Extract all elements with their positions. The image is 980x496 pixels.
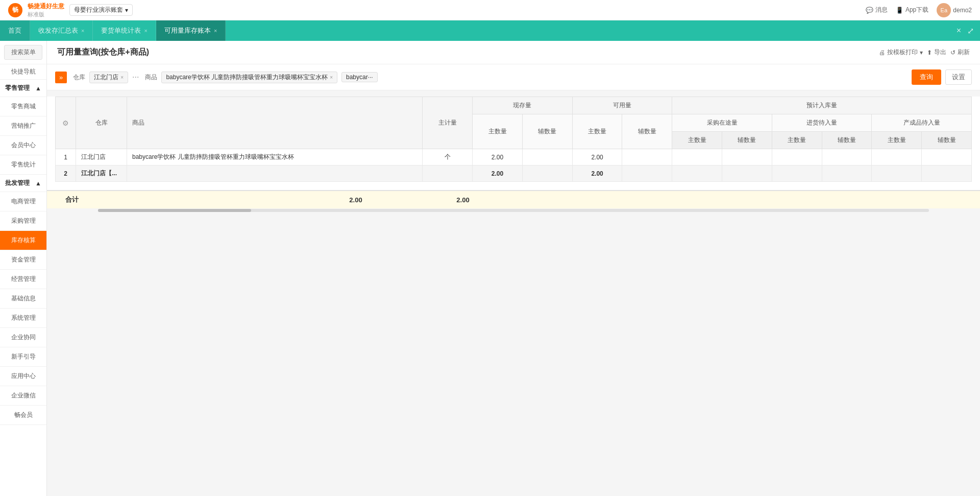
row2-warehouse: 江北门店【... — [76, 166, 127, 182]
col-production-aux: 辅数量 — [922, 132, 972, 149]
query-button[interactable]: 查询 — [912, 69, 941, 85]
chevron-icon-wholesale: ▲ — [35, 180, 41, 187]
sidebar-quick-nav[interactable]: 快捷导航 — [0, 64, 46, 80]
sidebar-item-ecommerce[interactable]: 电商管理 — [0, 192, 46, 211]
col-planned-in-header: 预计入库量 — [672, 97, 972, 114]
table-container: ⚙ 仓库 商品 主计量 现存量 可用量 预计入库量 主数量 辅数量 主数量 — [47, 97, 980, 190]
sidebar: 搜索菜单 快捷导航 零售管理 ▲ 零售商城 营销推广 会员中心 零售统计 批发管… — [0, 41, 47, 496]
top-bar-right: 💬 消息 📱 App下载 Ea demo2 — [866, 3, 972, 17]
download-icon: 📱 — [896, 7, 903, 14]
chevron-down-icon: ▾ — [125, 7, 128, 14]
top-bar: 畅 畅捷通好生意 标准版 母婴行业演示账套 ▾ 💬 消息 📱 App下载 Ea … — [0, 0, 980, 20]
sidebar-search-button[interactable]: 搜索菜单 — [4, 45, 42, 60]
footer-avail-main: 2.00 — [430, 196, 496, 204]
sidebar-search-area: 搜索菜单 — [0, 41, 46, 64]
col-current-stock-header: 现存量 — [473, 97, 573, 114]
col-current-aux: 辅数量 — [522, 114, 572, 149]
content-area: 可用量查询(按仓库+商品) 🖨 按模板打印 ▾ ⬆ 导出 ↺ 刷新 — [47, 41, 980, 496]
sidebar-item-enterprise-weixin[interactable]: 企业微信 — [0, 386, 46, 406]
logo-icon: 畅 — [8, 3, 22, 17]
sidebar-item-basic[interactable]: 基础信息 — [0, 289, 46, 309]
warehouse-tag: 江北门店 × — [89, 72, 128, 83]
col-purchase-header: 采购在途量 — [672, 114, 772, 132]
industry-selector[interactable]: 母婴行业演示账套 ▾ — [69, 4, 133, 16]
refresh-icon: ↺ — [950, 49, 955, 56]
col-purchase-aux: 辅数量 — [722, 132, 772, 149]
warehouse-more[interactable]: ··· — [132, 73, 139, 82]
chevron-icon: ▲ — [35, 85, 41, 92]
row1-unit: 个 — [423, 149, 473, 166]
filter-expand-button[interactable]: » — [55, 72, 67, 83]
page-header: 可用量查询(按仓库+商品) 🖨 按模板打印 ▾ ⬆ 导出 ↺ 刷新 — [47, 41, 980, 64]
print-button[interactable]: 🖨 按模板打印 ▾ — [879, 48, 923, 57]
expand-icon[interactable]: ⤢ — [967, 26, 974, 36]
col-incoming-header: 进货待入量 — [772, 114, 872, 132]
row1-avail-aux — [622, 149, 672, 166]
filter-actions: 查询 设置 — [912, 69, 972, 85]
col-product-header: 商品 — [127, 97, 423, 149]
close-tab-order[interactable]: × — [144, 28, 147, 34]
export-button[interactable]: ⬆ 导出 — [927, 48, 946, 57]
row1-incoming-aux — [822, 149, 872, 166]
warehouse-label: 仓库 — [73, 73, 85, 82]
sidebar-item-finance[interactable]: 资金管理 — [0, 250, 46, 270]
row2-production-aux — [922, 166, 972, 182]
scrollbar-track[interactable] — [98, 209, 929, 212]
warehouse-filter-group: 仓库 江北门店 × ··· — [73, 72, 139, 83]
row2-seq: 2 — [56, 166, 76, 182]
row1-product: babycare学饮杯 儿童防摔防撞吸管杯重力球吸嘴杯宝宝水杯 — [127, 149, 423, 166]
sidebar-item-wholesale-mgmt[interactable]: 批发管理 ▲ — [0, 175, 46, 192]
refresh-button[interactable]: ↺ 刷新 — [950, 48, 970, 57]
close-tab-inventory[interactable]: × — [214, 28, 217, 34]
scrollbar-area — [47, 208, 980, 212]
row1-purchase-main — [672, 149, 722, 166]
col-avail-main: 主数量 — [572, 114, 622, 149]
col-available-qty-header: 可用量 — [572, 97, 672, 114]
row1-incoming-main — [772, 149, 822, 166]
product-tag-1: babycare学饮杯 儿童防摔防撞吸管杯重力球吸嘴杯宝宝水杯 × — [161, 72, 337, 83]
scrollbar-thumb[interactable] — [98, 209, 251, 212]
remove-warehouse-tag[interactable]: × — [120, 75, 124, 80]
col-production-header: 产成品待入量 — [872, 114, 972, 132]
sidebar-item-guide[interactable]: 新手引导 — [0, 347, 46, 367]
message-button[interactable]: 💬 消息 — [866, 6, 888, 14]
col-gear[interactable]: ⚙ — [56, 97, 76, 149]
tab-receivable[interactable]: 收发存汇总表 × — [30, 20, 93, 41]
user-menu[interactable]: Ea demo2 — [937, 3, 972, 17]
col-current-main: 主数量 — [473, 114, 523, 149]
export-icon: ⬆ — [927, 49, 932, 56]
sidebar-item-app-center[interactable]: 应用中心 — [0, 367, 46, 386]
col-incoming-main: 主数量 — [772, 132, 822, 149]
tab-order[interactable]: 要货单统计表 × — [93, 20, 156, 41]
row2-avail-aux — [622, 166, 672, 182]
footer-current-main: 2.00 — [323, 196, 389, 204]
sidebar-item-purchase[interactable]: 采购管理 — [0, 211, 46, 231]
sidebar-item-retail-stats[interactable]: 零售统计 — [0, 155, 46, 175]
sidebar-item-system[interactable]: 系统管理 — [0, 309, 46, 328]
sidebar-item-marketing[interactable]: 营销推广 — [0, 116, 46, 136]
close-all-tabs[interactable]: × — [957, 26, 961, 35]
print-icon: 🖨 — [879, 49, 885, 56]
tab-home[interactable]: 首页 — [0, 20, 30, 41]
close-tab-receivable[interactable]: × — [81, 28, 84, 34]
row1-avail-main: 2.00 — [572, 149, 622, 166]
row2-unit — [423, 166, 473, 182]
remove-product-tag-1[interactable]: × — [330, 75, 333, 80]
sidebar-item-member[interactable]: 会员中心 — [0, 136, 46, 155]
sidebar-item-operations[interactable]: 经营管理 — [0, 270, 46, 289]
sidebar-item-retail-mall[interactable]: 零售商城 — [0, 97, 46, 116]
app-download-button[interactable]: 📱 App下载 — [896, 6, 928, 14]
sidebar-item-retail-mgmt[interactable]: 零售管理 ▲ — [0, 80, 46, 97]
table-footer: 合计 2.00 2.00 — [47, 190, 980, 208]
row2-incoming-aux — [822, 166, 872, 182]
product-filter-group: 商品 babycare学饮杯 儿童防摔防撞吸管杯重力球吸嘴杯宝宝水杯 × bab… — [145, 72, 377, 83]
inventory-table: ⚙ 仓库 商品 主计量 现存量 可用量 预计入库量 主数量 辅数量 主数量 — [55, 97, 972, 182]
sidebar-item-vip[interactable]: 畅会员 — [0, 406, 46, 425]
row2-production-main — [872, 166, 922, 182]
sidebar-item-enterprise[interactable]: 企业协同 — [0, 328, 46, 347]
tab-inventory[interactable]: 可用量库存账本 × — [156, 20, 226, 41]
sidebar-item-inventory-check[interactable]: 库存核算 — [0, 231, 46, 250]
settings-button[interactable]: 设置 — [945, 69, 972, 85]
main-layout: 搜索菜单 快捷导航 零售管理 ▲ 零售商城 营销推广 会员中心 零售统计 批发管… — [0, 41, 980, 496]
filter-bar: » 仓库 江北门店 × ··· 商品 babycare学饮杯 儿童防摔防撞吸管杯… — [47, 64, 980, 90]
